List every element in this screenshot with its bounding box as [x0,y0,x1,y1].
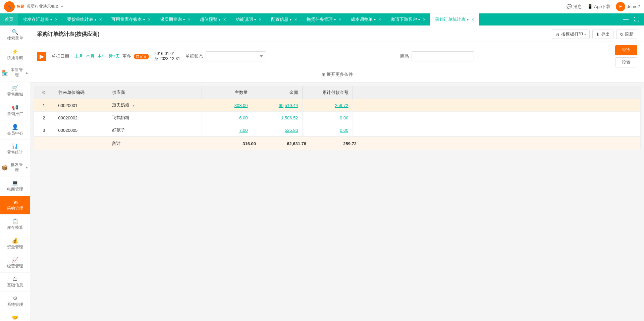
sidebar-item-sysmanage[interactable]: ⚙ 系统管理 [0,292,30,311]
finance-icon: 💰 [12,237,18,244]
expand-label: 展开更多条件 [327,71,353,77]
user-area[interactable]: E demo2 [616,2,640,11]
sidebar-item-inventory[interactable]: 📋 库存核算 [0,215,30,234]
goods-more-icon[interactable]: ··· [477,54,480,59]
tab-close-icon8[interactable]: ✕ [338,17,341,22]
tab-caigou[interactable]: 采购订单统计表 ▾ ✕ [430,13,479,25]
cell-no-2: 2 [34,112,54,124]
tab-minimize-btn[interactable]: — [621,15,631,24]
tab-chaochuyujing[interactable]: 超储预警 ▾ ✕ [195,13,231,25]
tab-close-icon11[interactable]: ✕ [471,17,474,22]
sidebar-item-member[interactable]: 👤 会员中心 [0,120,30,140]
tab-chengben[interactable]: 成本调整单 ▾ ✕ [346,13,386,25]
sidebar-item-enterprise[interactable]: 🤝 企业协同 [0,311,30,321]
sidebar-item-purchase[interactable]: 🛍 采购管理 [0,196,30,215]
print-label: 按模板打印 [561,31,583,37]
sidebar-item-search[interactable]: 🔍 搜索菜单 [0,25,30,45]
sidebar-item-marketing[interactable]: 📢 营销推广 [0,101,30,120]
status-filter-select[interactable] [206,51,266,61]
cell-code-3: 00020005 [54,124,108,137]
sidebar-item-retailshop[interactable]: 🛒 零售商城 [0,82,30,101]
tab-close-icon4[interactable]: ✕ [187,17,191,22]
col-header-supplier: 供应商 [108,86,202,99]
tab-close-icon9[interactable]: ✕ [378,17,381,22]
tab-tuohuo[interactable]: 拖货任务管理 ▾ ✕ [302,13,346,25]
tab-shoufayuhui[interactable]: 收发存汇总表 ▾ ✕ [18,13,62,25]
tab-keyongliang[interactable]: 可用量库存账本 ▾ ✕ [107,13,155,25]
sidebar-item-retailstat[interactable]: 📊 零售统计 [0,140,30,159]
table-row: 3 00020005 好孩子 7.00 525.80 0.00 [34,124,640,137]
tab-close-icon3[interactable]: ✕ [148,17,151,22]
sidebar-item-ecommerce[interactable]: 💻 电商管理 [0,176,30,196]
cell-code-1: 00020001 [54,99,108,112]
tab-gongnengshuo[interactable]: 功能说明 ▾ ✕ [231,13,266,25]
tab-close-icon6[interactable]: ✕ [259,17,262,22]
sidebar-item-basicinfo[interactable]: 🗂 基础信息 [0,273,30,292]
sidebar-item-retail[interactable]: 🏪 零售管理 ▲ [0,64,30,82]
cell-amount-2[interactable]: 1,586.52 [252,112,302,124]
sidebar-item-quicknav[interactable]: ⚡ 快捷导航 [0,45,30,64]
sidebar-item-finance[interactable]: 💰 资金管理 [0,234,30,254]
date-7days-tab[interactable]: 近7天 [109,53,120,59]
tab-yaoqing[interactable]: 邀请下游客户 ▾ ✕ [386,13,430,25]
col-header-settings[interactable]: ⚙ [34,86,54,99]
ecommerce-icon: 💻 [12,180,18,186]
app-download-btn[interactable]: 📱 App下载 [587,4,610,10]
tab-close-icon[interactable]: ✕ [55,17,58,22]
breadcrumb[interactable]: 母婴行业演示账套 ▼ [27,4,64,9]
tab-close-icon10[interactable]: ✕ [423,17,426,22]
cell-amount-1[interactable]: 60,519.44 [252,99,302,112]
tab-close-icon7[interactable]: ✕ [294,17,297,22]
date-this-month-tab[interactable]: 本月 [86,53,95,59]
expand-more-btn[interactable]: ⊞ 展开更多条件 [322,71,353,77]
date-more-tab[interactable]: 更多 [122,53,131,59]
cell-qty-1[interactable]: 303.00 [202,99,252,112]
date-from: 2016-01-01 [154,51,180,56]
cell-no-1: 1 [34,99,54,112]
supplier-name-1: 惠氏奶粉 [112,103,129,108]
tab-arrow-icon10: ▾ [418,18,420,21]
tab-close-icon5[interactable]: ✕ [223,17,226,22]
goods-filter-label: 商品 [400,53,409,59]
cell-extra-1 [353,99,640,112]
refresh-button[interactable]: ↻ 刷新 [616,30,637,39]
query-button[interactable]: 查询 [615,45,637,55]
cell-no-3: 3 [34,124,54,137]
col-settings-icon[interactable]: ⚙ [42,90,46,95]
tab-maximize-btn[interactable]: ⛶ [632,15,641,24]
status-filter-wrap: 单据状态 [185,51,395,61]
tab-close-icon2[interactable]: ✕ [99,17,102,22]
tab-arrow-icon5: ▾ [219,18,220,21]
tab-arrow-icon11: ▾ [467,18,469,21]
username: demo2 [627,4,640,9]
tab-baozhiqi[interactable]: 保质期查询 ▾ ✕ [155,13,195,25]
date-last-month-tab[interactable]: 上月 [74,53,83,59]
breadcrumb-arrow-icon: ▼ [60,5,64,8]
cell-amount-3[interactable]: 525.80 [252,124,302,137]
tab-peizhi[interactable]: 配置信息 ▾ ✕ [266,13,302,25]
sidebar-item-wholesale[interactable]: 📦 批发管理 ▼ [0,159,30,176]
cell-paid-3[interactable]: 0.00 [302,124,353,137]
filter-toggle-btn[interactable]: ▶ [37,52,46,61]
search-icon: 🔍 [12,29,18,35]
tab-yaohuo[interactable]: 要货单统计表 ▾ ✕ [62,13,107,25]
sidebar-item-operations[interactable]: 📈 经营管理 [0,253,30,273]
nav-tabs-actions: — ⛶ [621,15,644,24]
member-icon: 👤 [12,124,18,130]
tab-home[interactable]: 首页 [0,13,18,25]
goods-filter-input[interactable] [412,51,474,61]
cell-paid-1[interactable]: 259.72 [302,99,353,112]
quicknav-icon: ⚡ [12,48,18,55]
cell-qty-2[interactable]: 6.00 [202,112,252,124]
settings-button[interactable]: 设置 [615,57,637,67]
cell-qty-3[interactable]: 7.00 [202,124,252,137]
date-this-year-tab[interactable]: 本年 [97,53,106,59]
cell-extra-3 [353,124,640,137]
retail-arrow-icon: ▲ [25,71,29,74]
message-btn[interactable]: 💬 消息 [567,4,582,10]
print-button[interactable]: 🖨 按模板打印 ▾ [552,30,590,39]
cell-paid-2[interactable]: 0.00 [302,112,353,124]
export-button[interactable]: ⬇ 导出 [592,30,613,39]
tab-baozhiqi-label: 保质期查询 [160,16,182,22]
wholesale-arrow-icon: ▼ [25,166,29,169]
